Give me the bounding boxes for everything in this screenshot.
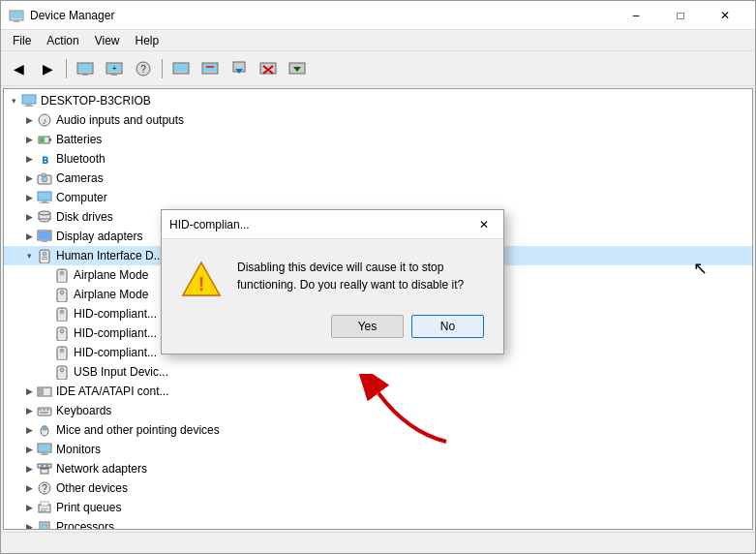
tree-network[interactable]: ▶ Network adapters [4,459,752,478]
hid2-label: HID-compliant... [74,326,157,340]
svg-rect-40 [40,202,49,203]
svg-rect-75 [42,452,47,454]
monitors-label: Monitors [56,443,101,456]
processors-label: Processors [56,520,114,530]
main-window: Device Manager – □ ✕ File Action View He… [0,0,756,554]
svg-rect-8 [111,74,117,76]
svg-rect-31 [49,138,51,141]
monitors-expander[interactable]: ▶ [21,442,37,457]
hid-icon [37,248,52,263]
cameras-icon [37,170,52,186]
tree-processors[interactable]: ▶ Processors [4,517,752,530]
svg-text:!: ! [198,273,205,294]
tree-computer[interactable]: ▶ Computer [4,188,752,207]
tree-root[interactable]: ▾ DESKTOP-B3CRIOB [4,91,752,110]
hid-sub-icon-4 [54,325,70,341]
toolbar-btn-help[interactable]: ? [130,55,157,82]
audio-icon: ♪ [37,112,52,128]
tree-mice[interactable]: ▶ Mice and other pointing devices [4,420,752,440]
svg-text:♪: ♪ [43,116,47,126]
close-button[interactable]: ✕ [703,1,747,30]
title-bar-controls: – □ ✕ [614,1,747,30]
tree-other[interactable]: ▶ ? Other devices [4,478,752,498]
svg-point-58 [60,329,64,333]
batteries-expander[interactable]: ▶ [21,132,37,147]
bluetooth-expander[interactable]: ▶ [21,151,37,167]
ide-label: IDE ATA/ATAPI cont... [56,385,168,398]
menu-bar: File Action View Help [1,30,755,51]
tree-audio[interactable]: ▶ ♪ Audio inputs and outputs [4,110,752,130]
title-bar-left: Device Manager [9,8,114,23]
svg-rect-69 [40,412,48,414]
computer-icon-2 [37,190,52,205]
bluetooth-icon: ʙ [37,151,52,167]
maximize-button[interactable]: □ [658,1,703,30]
toolbar-btn-delete[interactable] [255,55,282,82]
hid-label: Human Interface D... [56,249,164,262]
display-expander[interactable]: ▶ [21,229,37,244]
toolbar-btn-1[interactable] [72,55,99,82]
menu-file[interactable]: File [5,32,39,49]
computer-icon [21,93,37,108]
toolbar-btn-3[interactable] [167,55,195,82]
monitor-icon [37,442,52,457]
audio-expander[interactable]: ▶ [21,112,37,128]
yes-button[interactable]: Yes [331,315,404,338]
svg-rect-89 [41,510,46,511]
root-expander[interactable]: ▾ [6,93,21,108]
tree-cameras[interactable]: ▶ Cameras [4,169,752,188]
svg-rect-78 [38,464,42,468]
processor-icon [37,519,52,530]
tree-monitors[interactable]: ▶ Monitors [4,440,752,459]
toolbar-forward[interactable]: ▶ [34,55,61,82]
cameras-expander[interactable]: ▶ [21,170,37,186]
dialog-close-button[interactable]: ✕ [472,213,496,236]
tree-usb[interactable]: ▶ USB Input Devic... [4,362,752,382]
mice-expander[interactable]: ▶ [21,422,37,438]
airplane2-label: Airplane Mode [74,288,148,301]
print-expander[interactable]: ▶ [21,500,37,515]
toolbar-btn-download[interactable] [284,55,311,82]
hid-sub-icon-5 [54,345,70,360]
toolbar-btn-5[interactable] [226,55,253,82]
computer-label: Computer [56,191,107,204]
display-label: Display adapters [56,230,142,243]
ide-expander[interactable]: ▶ [21,384,37,399]
menu-view[interactable]: View [87,32,128,49]
svg-point-62 [60,368,64,372]
toolbar-btn-2[interactable]: + [101,55,128,82]
dialog-body: ! Disabling this device will cause it to… [162,239,503,315]
minimize-button[interactable]: – [614,1,658,30]
svg-rect-50 [42,259,47,260]
toolbar-back[interactable]: ◀ [5,55,32,82]
status-bar [1,532,755,553]
keyboards-expander[interactable]: ▶ [21,403,37,418]
no-button[interactable]: No [411,315,484,338]
tree-batteries[interactable]: ▶ Batteries [4,130,752,149]
menu-help[interactable]: Help [128,32,167,49]
menu-action[interactable]: Action [39,32,86,49]
svg-point-35 [42,176,47,182]
tree-ide[interactable]: ▶ IDE ATA/ATAPI cont... [4,382,752,401]
svg-rect-76 [41,454,48,455]
svg-rect-13 [174,64,188,72]
svg-rect-32 [40,138,45,142]
network-expander[interactable]: ▶ [21,461,37,477]
svg-rect-27 [24,106,34,107]
batteries-label: Batteries [56,133,102,146]
disk-expander[interactable]: ▶ [21,209,37,225]
processors-expander[interactable]: ▶ [21,519,37,530]
mouse-icon [37,422,52,438]
svg-rect-87 [41,502,48,506]
tree-keyboards[interactable]: ▶ Keyboards [4,401,752,420]
svg-rect-77 [41,469,48,474]
hid3-label: HID-compliant... [74,346,157,359]
tree-bluetooth[interactable]: ▶ ʙ Bluetooth [4,149,752,169]
toolbar-btn-4[interactable] [197,55,224,82]
computer-expander[interactable]: ▶ [21,190,37,205]
other-expander[interactable]: ▶ [21,480,37,496]
hid-expander[interactable]: ▾ [21,248,37,263]
dialog-title-bar: HID-complian... ✕ [162,210,503,239]
tree-print[interactable]: ▶ Print queues [4,498,752,517]
svg-point-56 [60,310,64,314]
